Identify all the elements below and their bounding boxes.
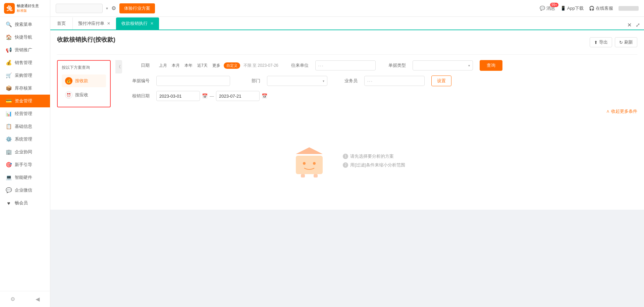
date-shortcut-7days[interactable]: 近7天: [196, 62, 209, 69]
sidebar-item-quick[interactable]: 🏠 快捷导航: [0, 31, 50, 44]
refresh-icon: ↻: [619, 40, 623, 45]
sidebar-item-guide[interactable]: 🎯 新手引导: [0, 158, 50, 171]
staff-label: 业务员: [334, 78, 358, 84]
sidebar-item-wechat[interactable]: 💬 企业微信: [0, 184, 50, 197]
top-header: ▾ ⚙ 体验行业方案 💬 消息 99+ 📱 App下载 🎧 在线客服: [50, 0, 644, 17]
svg-point-3: [313, 162, 316, 165]
sidebar-item-hardware[interactable]: 💻 智能硬件: [0, 171, 50, 184]
finance-icon: 💳: [5, 98, 12, 104]
content-area: 收款核销执行(按收款) ⬆ 导出 ↻ 刷新 按以下方案查询: [50, 30, 644, 307]
filter-row-voucher: 单据编号 部门 ▾ 业务员 ··· 设置: [126, 75, 637, 86]
app-download-label: App下载: [567, 5, 584, 11]
filter-collapse-btn[interactable]: 《: [115, 60, 122, 73]
svg-rect-5: [314, 174, 318, 177]
voucher-type-select[interactable]: ▾: [413, 60, 473, 70]
writeoff-date-label: 核销日期: [126, 93, 150, 99]
counterparty-select[interactable]: ···: [315, 60, 376, 70]
sidebar-item-label: 销售管理: [15, 60, 32, 66]
settings-bottom-icon[interactable]: ⚙: [8, 295, 18, 304]
app-name: 畅捷通好生意: [17, 3, 39, 8]
sidebar-item-finance[interactable]: 💳 资金管理: [0, 95, 50, 107]
hint-text-1: 请先选择要分析的方案: [350, 152, 394, 161]
search-icon: 🔍: [5, 21, 12, 28]
empty-hints: 1 请先选择要分析的方案 2 用[过滤]条件来缩小分析范围: [343, 152, 405, 169]
sidebar-item-operation[interactable]: 📊 经营管理: [0, 107, 50, 120]
sidebar-item-label: 畅会员: [15, 200, 28, 206]
sidebar-item-label: 智能硬件: [15, 174, 32, 181]
svg-marker-1: [296, 147, 323, 154]
export-icon: ⬆: [594, 40, 598, 45]
empty-svg: [289, 144, 329, 177]
date-shortcut-last-month[interactable]: 上月: [158, 62, 168, 69]
sidebar-item-label: 资金管理: [15, 98, 32, 104]
date-shortcut-this-year[interactable]: 本年: [183, 62, 194, 69]
date-no-limit: 不限 至 2023-07-26: [244, 63, 278, 68]
workspace-input[interactable]: [56, 4, 103, 13]
writeoff-end-input[interactable]: [216, 91, 260, 101]
settings-btn[interactable]: 设置: [431, 75, 451, 86]
hardware-icon: 💻: [5, 174, 12, 181]
collapse-sidebar-btn[interactable]: ◀: [33, 295, 42, 304]
sidebar-item-system[interactable]: ⚙️ 系统管理: [0, 133, 50, 146]
voucher-no-input[interactable]: [156, 76, 230, 86]
system-icon: ⚙️: [5, 136, 12, 142]
export-btn[interactable]: ⬆ 导出: [590, 37, 612, 47]
date-shortcut-this-month[interactable]: 本月: [170, 62, 181, 69]
collapse-more-label: ∧ 收起更多条件: [606, 108, 637, 114]
voucher-type-arrow: ▾: [468, 64, 470, 67]
app-logo: 兔 畅捷通好生意 标准版: [0, 0, 50, 17]
download-icon: 📱: [560, 6, 566, 11]
tab-prepay[interactable]: 预付冲应付单 ✕: [73, 17, 116, 30]
writeoff-end-calendar-icon[interactable]: 📅: [262, 93, 267, 99]
dept-arrow: ▾: [323, 79, 324, 83]
expand-tab-icon[interactable]: ⤢: [634, 20, 641, 30]
sidebar-item-basic[interactable]: 📋 基础信息: [0, 120, 50, 133]
sidebar-item-label: 营销推广: [15, 47, 32, 53]
sidebar-item-search[interactable]: 🔍 搜索菜单: [0, 18, 50, 31]
sidebar-item-enterprise[interactable]: 🏢 企业协同: [0, 146, 50, 158]
staff-select[interactable]: ···: [364, 76, 425, 86]
service-icon: 🎧: [589, 6, 594, 11]
close-tab-icon[interactable]: ✕: [626, 20, 633, 30]
sidebar-item-inventory[interactable]: 📦 库存核算: [0, 82, 50, 95]
tab-home[interactable]: 首页: [50, 17, 73, 30]
sidebar-item-label: 库存核算: [15, 85, 32, 91]
counterparty-dots: ···: [318, 63, 324, 68]
voucher-type-label: 单据类型: [382, 62, 406, 68]
sidebar-item-member[interactable]: ♥ 畅会员: [0, 197, 50, 209]
refresh-btn[interactable]: ↻ 刷新: [615, 37, 637, 47]
sidebar-item-label: 企业协同: [15, 149, 32, 155]
sidebar-item-sales[interactable]: 💰 销售管理: [0, 56, 50, 69]
filter-option-receivable[interactable]: ⏰ 按应收: [62, 89, 106, 101]
sidebar-item-marketing[interactable]: 📢 营销推广: [0, 44, 50, 56]
message-btn[interactable]: 💬 消息 99+: [540, 5, 555, 11]
online-service-btn[interactable]: 🎧 在线客服: [589, 5, 613, 11]
sidebar-item-label: 搜索菜单: [15, 21, 32, 28]
sidebar-item-purchase[interactable]: 🛒 采购管理: [0, 69, 50, 82]
message-badge: 99+: [550, 3, 558, 7]
sidebar: 兔 畅捷通好生意 标准版 🔍 搜索菜单 🏠 快捷导航 📢 营销推广 💰 销售管理…: [0, 0, 50, 307]
industry-btn[interactable]: 体验行业方案: [119, 3, 155, 13]
writeoff-start-calendar-icon[interactable]: 📅: [202, 93, 208, 99]
tab-collect[interactable]: 收款核销执行 ✕: [116, 17, 159, 30]
page-title: 收款核销执行(按收款): [57, 36, 115, 44]
tab-collect-close-icon[interactable]: ✕: [150, 21, 154, 26]
tab-prepay-close-icon[interactable]: ✕: [107, 21, 110, 26]
chevron-down-icon[interactable]: ▾: [106, 6, 108, 11]
date-shortcuts: 上月 本月 本年 近7天 更多 自定义 不限 至 2023-07-26: [158, 62, 278, 69]
query-btn[interactable]: 查询: [480, 60, 502, 71]
operation-icon: 📊: [5, 111, 12, 117]
gear-icon[interactable]: ⚙: [111, 5, 116, 11]
collapse-more-btn[interactable]: ∧ 收起更多条件: [126, 106, 637, 117]
main-area: ▾ ⚙ 体验行业方案 💬 消息 99+ 📱 App下载 🎧 在线客服 首页: [50, 0, 644, 307]
sidebar-item-label: 采购管理: [15, 72, 32, 79]
filter-option-collection[interactable]: 💰 按收款: [62, 74, 106, 87]
writeoff-start-input[interactable]: [156, 91, 200, 101]
date-shortcut-custom[interactable]: 自定义: [224, 62, 240, 69]
tab-actions: ✕ ⤢: [626, 20, 644, 30]
sidebar-item-label: 企业微信: [15, 187, 32, 193]
hint-item-2: 2 用[过滤]条件来缩小分析范围: [343, 161, 405, 169]
date-shortcut-more[interactable]: 更多: [211, 62, 222, 69]
dept-select[interactable]: ▾: [267, 76, 327, 86]
app-download-btn[interactable]: 📱 App下载: [560, 5, 584, 11]
